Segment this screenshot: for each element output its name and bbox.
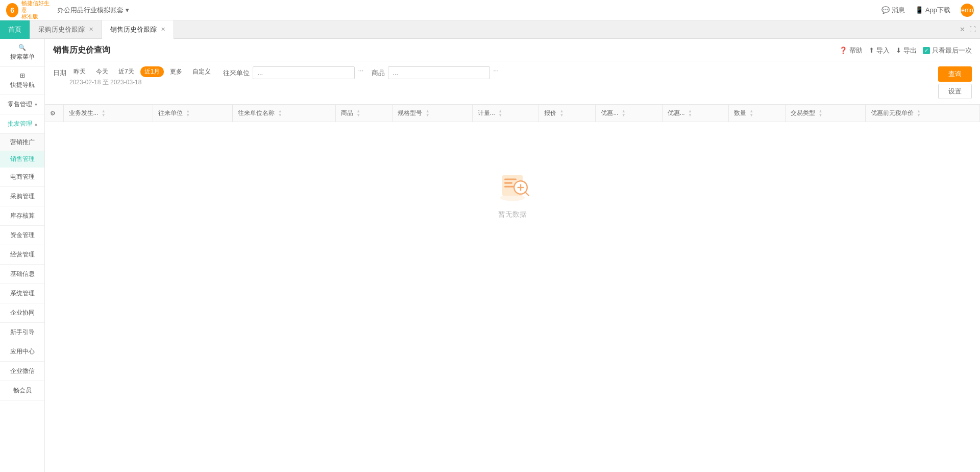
sidebar-item-enterprise[interactable]: 企业协同	[0, 303, 44, 323]
account-dropdown[interactable]: 办公用品行业模拟账套 ▾	[57, 6, 129, 15]
sidebar-item-search[interactable]: 🔍 搜索菜单	[0, 39, 44, 67]
sidebar-item-marketing[interactable]: 营销推广	[0, 134, 44, 151]
sidebar-item-inventory[interactable]: 库存核算	[0, 206, 44, 226]
page-header: 销售历史价查询 ❓ 帮助 ⬆ 导入 ⬇ 导出 ✓	[45, 39, 980, 61]
filter-actions: 查询 设置	[938, 66, 972, 99]
th-discount1[interactable]: 优惠... ▲▼	[596, 105, 662, 122]
th-settings[interactable]: ⚙	[45, 105, 63, 122]
import-button[interactable]: ⬆ 导入	[869, 46, 890, 55]
tab-sales-history[interactable]: 销售历史价跟踪 ✕	[102, 20, 174, 39]
export-button[interactable]: ⬇ 导出	[896, 46, 917, 55]
settings-icon[interactable]: ⚙	[50, 110, 56, 117]
tab-bar-actions: ✕ ⛶	[960, 26, 980, 33]
page-title-row: 销售历史价查询 ❓ 帮助 ⬆ 导入 ⬇ 导出 ✓	[53, 45, 972, 56]
th-partner-name[interactable]: 往来单位名称 ▲▼	[233, 105, 336, 122]
export-icon: ⬇	[896, 46, 901, 54]
sidebar-item-basic[interactable]: 基础信息	[0, 265, 44, 284]
tab-home[interactable]: 首页	[0, 20, 30, 39]
sort-icon: ▲▼	[356, 109, 360, 117]
svg-line-8	[525, 192, 529, 196]
th-partner-code[interactable]: 往来单位 ▲▼	[153, 105, 233, 122]
date-option-more[interactable]: 更多	[166, 66, 186, 77]
download-icon: 📱	[915, 6, 923, 14]
date-filter-label: 日期	[53, 66, 66, 78]
goods-filter-label: 商品	[372, 66, 385, 78]
query-button[interactable]: 查询	[938, 66, 972, 82]
sort-icon: ▲▼	[819, 109, 823, 117]
sort-icon: ▲▼	[278, 109, 282, 117]
svg-rect-4	[504, 186, 514, 187]
th-business-date[interactable]: 业务发生... ▲▼	[63, 105, 153, 122]
partner-more-icon[interactable]: ···	[358, 66, 363, 74]
app-download-button[interactable]: 📱 App下载	[915, 6, 950, 15]
sort-icon: ▲▼	[749, 109, 753, 117]
sort-icon: ▲▼	[102, 109, 106, 117]
sort-icon: ▲▼	[917, 109, 921, 117]
tab-close-sales[interactable]: ✕	[161, 26, 165, 33]
sort-icon: ▲▼	[498, 109, 502, 117]
sidebar-item-wechat[interactable]: 企业微信	[0, 362, 44, 381]
th-trade-type[interactable]: 交易类型 ▲▼	[786, 105, 866, 122]
sidebar-item-shortcut[interactable]: ⊞ 快捷导航	[0, 67, 44, 95]
th-pretax-price[interactable]: 优惠前无税单价 ▲▼	[865, 105, 979, 122]
content-area: 销售历史价查询 ❓ 帮助 ⬆ 导入 ⬇ 导出 ✓	[45, 39, 980, 472]
sidebar-item-member[interactable]: 畅会员	[0, 381, 44, 400]
chevron-down-icon: ▾	[35, 102, 37, 107]
checkbox-checked-icon: ✓	[923, 47, 930, 54]
date-options-wrap: 昨天 今天 近7天 近1月 更多 自定义 2023-02-18 至 2023-0…	[69, 66, 215, 87]
tab-close-purchase[interactable]: ✕	[89, 26, 93, 33]
help-button[interactable]: ❓ 帮助	[839, 46, 863, 55]
table-container: ⚙ 业务发生... ▲▼ 往来单位 ▲▼ 往来单位名称 ▲▼	[45, 105, 980, 472]
date-option-today[interactable]: 今天	[92, 66, 112, 77]
message-button[interactable]: 💬 消息	[881, 6, 905, 15]
sidebar-item-sales[interactable]: 销售管理	[0, 151, 44, 168]
user-avatar[interactable]: demo2	[961, 4, 974, 17]
sort-icon: ▲▼	[186, 109, 190, 117]
date-options: 昨天 今天 近7天 近1月 更多 自定义	[69, 66, 215, 77]
th-discount2[interactable]: 优惠... ▲▼	[662, 105, 728, 122]
help-icon: ❓	[839, 46, 847, 54]
goods-input[interactable]	[388, 66, 490, 79]
chevron-down-icon: ▾	[126, 6, 129, 14]
sidebar-item-wholesale[interactable]: 批发管理 ▴	[0, 114, 44, 134]
sort-icon: ▲▼	[688, 109, 692, 117]
data-table: ⚙ 业务发生... ▲▼ 往来单位 ▲▼ 往来单位名称 ▲▼	[45, 105, 980, 260]
th-goods[interactable]: 商品 ▲▼	[335, 105, 392, 122]
avatar: demo2	[961, 4, 974, 17]
tab-purchase-history[interactable]: 采购历史价跟踪 ✕	[30, 20, 102, 39]
sidebar-item-retail[interactable]: 零售管理 ▾	[0, 95, 44, 114]
table-body: 暂无数据	[45, 122, 980, 261]
maximize-icon[interactable]: ⛶	[969, 26, 976, 33]
date-option-yesterday[interactable]: 昨天	[69, 66, 90, 77]
date-option-custom[interactable]: 自定义	[188, 66, 215, 77]
date-option-1month[interactable]: 近1月	[140, 66, 164, 77]
sidebar-item-apps[interactable]: 应用中心	[0, 342, 44, 362]
logo-area: 6 畅捷信好生意 标准版	[6, 0, 51, 20]
partner-input[interactable]	[253, 66, 355, 79]
goods-more-icon[interactable]: ···	[493, 66, 499, 74]
main-layout: 🔍 搜索菜单 ⊞ 快捷导航 零售管理 ▾ 批发管理 ▴ 营销推广 销售管理 电商…	[0, 39, 980, 472]
sidebar-item-ecommerce[interactable]: 电商管理	[0, 168, 44, 187]
close-all-tabs-icon[interactable]: ✕	[960, 26, 965, 33]
logo-icon: 6	[6, 3, 18, 17]
sidebar-item-system[interactable]: 系统管理	[0, 284, 44, 303]
sidebar-item-purchase[interactable]: 采购管理	[0, 187, 44, 206]
th-quantity[interactable]: 数量 ▲▼	[728, 105, 785, 122]
th-unit[interactable]: 计量... ▲▼	[472, 105, 538, 122]
date-range-text: 2023-02-18 至 2023-03-18	[69, 78, 215, 87]
sidebar: 🔍 搜索菜单 ⊞ 快捷导航 零售管理 ▾ 批发管理 ▴ 营销推广 销售管理 电商…	[0, 39, 45, 472]
sort-icon: ▲▼	[426, 109, 430, 117]
sidebar-item-finance[interactable]: 资金管理	[0, 226, 44, 245]
partner-filter-group: 往来单位 ···	[223, 66, 363, 79]
chevron-up-icon: ▴	[35, 121, 37, 127]
settings-button[interactable]: 设置	[938, 84, 972, 99]
sort-icon: ▲▼	[622, 109, 626, 117]
date-option-7days[interactable]: 近7天	[114, 66, 138, 77]
tab-bar: 首页 采购历史价跟踪 ✕ 销售历史价跟踪 ✕ ✕ ⛶	[0, 20, 980, 39]
only-last-checkbox[interactable]: ✓ 只看最后一次	[923, 46, 972, 55]
th-spec[interactable]: 规格型号 ▲▼	[393, 105, 473, 122]
th-quote[interactable]: 报价 ▲▼	[539, 105, 596, 122]
sidebar-item-guide[interactable]: 新手引导	[0, 323, 44, 342]
sidebar-item-operations[interactable]: 经营管理	[0, 245, 44, 265]
empty-state: 暂无数据	[45, 122, 980, 260]
